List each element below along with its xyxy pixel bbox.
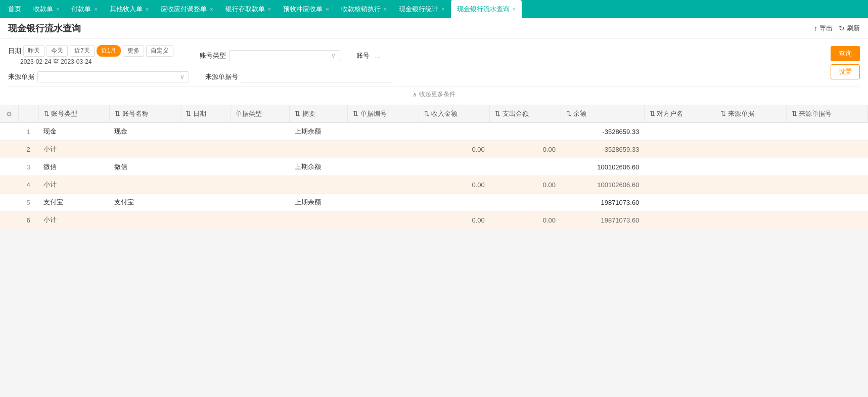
query-button[interactable]: 查询: [831, 46, 860, 61]
cell-gear[interactable]: [0, 123, 18, 141]
cell-gear[interactable]: [0, 141, 18, 158]
close-icon[interactable]: ×: [56, 6, 59, 12]
close-icon[interactable]: ×: [146, 6, 149, 12]
source-doc-no-input[interactable]: [241, 71, 393, 82]
col-doc-no[interactable]: ⇅ 单据编号: [348, 105, 419, 123]
date-btn-7days[interactable]: 近7天: [70, 45, 95, 57]
nav-item-bank-deposit[interactable]: 银行存取款单 ×: [219, 0, 277, 18]
cell-income: [419, 194, 489, 211]
col-source-doc[interactable]: ⇅ 来源单据: [715, 105, 786, 123]
table-row[interactable]: 5支付宝支付宝上期余额19871073.60: [0, 194, 868, 211]
export-button[interactable]: ↑ 导出: [814, 24, 833, 33]
cell-date: [180, 123, 231, 141]
export-icon: ↑: [814, 24, 817, 32]
cell-gear[interactable]: [0, 176, 18, 194]
cell-num: 5: [18, 194, 38, 211]
cell-doc_no: [348, 211, 419, 229]
date-btn-today[interactable]: 今天: [47, 45, 68, 57]
cell-summary: 上期余额: [290, 158, 348, 176]
col-account-type[interactable]: ⇅ 账号类型: [38, 105, 109, 123]
cell-income: 0.00: [419, 176, 489, 194]
gear-icon[interactable]: ⚙: [6, 110, 12, 118]
account-type-select[interactable]: ∨: [229, 50, 340, 61]
refresh-icon: ↻: [839, 24, 845, 32]
cell-num: 3: [18, 158, 38, 176]
nav-item-prepaid[interactable]: 预收冲应收单 ×: [277, 0, 335, 18]
nav-item-bank-stats[interactable]: 现金银行统计 ×: [393, 0, 450, 18]
cell-doc_no: [348, 194, 419, 211]
cell-source_doc_no: [786, 141, 867, 158]
close-icon[interactable]: ×: [94, 6, 97, 12]
col-balance[interactable]: ⇅ 余额: [561, 105, 644, 123]
table-row[interactable]: 3微信微信上期余额100102606.60: [0, 158, 868, 176]
cell-counterpart: [644, 211, 715, 229]
cell-balance: 100102606.60: [561, 158, 644, 176]
col-account-name[interactable]: ⇅ 账号名称: [109, 105, 180, 123]
header-actions: ↑ 导出 ↻ 刷新: [814, 24, 860, 33]
col-summary[interactable]: ⇅ 摘要: [290, 105, 348, 123]
close-icon[interactable]: ×: [210, 6, 213, 12]
cell-account_type: 小计: [38, 211, 109, 229]
date-btn-yesterday[interactable]: 昨天: [23, 45, 44, 57]
cell-source_doc_no: [786, 176, 867, 194]
close-icon[interactable]: ×: [268, 6, 271, 12]
col-doc-type: 单据类型: [231, 105, 290, 123]
cell-balance: -3528659.33: [561, 123, 644, 141]
nav-item-bank-flow[interactable]: 现金银行流水查询 ×: [451, 0, 522, 18]
cell-summary: [290, 141, 348, 158]
cell-gear[interactable]: [0, 158, 18, 176]
date-label: 日期: [8, 47, 21, 56]
date-btn-more[interactable]: 更多: [123, 45, 144, 57]
nav-item-home[interactable]: 首页: [2, 0, 27, 18]
date-btn-1month[interactable]: 近1月: [97, 45, 121, 57]
refresh-button[interactable]: ↻ 刷新: [839, 24, 860, 33]
cell-num: 2: [18, 141, 38, 158]
source-doc-label: 来源单据: [8, 72, 34, 81]
cell-source_doc: [715, 194, 786, 211]
cell-num: 1: [18, 123, 38, 141]
nav-item-payment[interactable]: 付款单 ×: [65, 0, 103, 18]
account-more-button[interactable]: ...: [373, 52, 383, 60]
cell-date: [180, 194, 231, 211]
col-source-doc-no[interactable]: ⇅ 来源单据号: [786, 105, 867, 123]
nav-item-receipt[interactable]: 收款单 ×: [27, 0, 65, 18]
cell-counterpart: [644, 123, 715, 141]
close-icon[interactable]: ×: [441, 6, 444, 12]
cell-account_name: [109, 211, 180, 229]
date-btn-custom[interactable]: 自定义: [146, 45, 173, 57]
close-icon[interactable]: ×: [384, 6, 387, 12]
settings-button[interactable]: 设置: [831, 64, 860, 79]
cell-gear[interactable]: [0, 211, 18, 229]
close-icon[interactable]: ×: [513, 6, 516, 12]
cell-account_name: [109, 176, 180, 194]
table-row[interactable]: 2小计0.000.00-3528659.33: [0, 141, 868, 158]
cell-balance: -3528659.33: [561, 141, 644, 158]
table-body: 1现金现金上期余额-3528659.332小计0.000.00-3528659.…: [0, 123, 868, 229]
chevron-down-icon: ∨: [331, 52, 336, 59]
col-date[interactable]: ⇅ 日期: [180, 105, 231, 123]
table-row[interactable]: 1现金现金上期余额-3528659.33: [0, 123, 868, 141]
table-row[interactable]: 4小计0.000.00100102606.60: [0, 176, 868, 194]
cell-date: [180, 141, 231, 158]
nav-item-verify[interactable]: 收款核销执行 ×: [335, 0, 393, 18]
table-container: ⚙ ⇅ 账号类型 ⇅ 账号名称 ⇅ 日期 单据类型 ⇅ 摘要 ⇅ 单据编号: [0, 105, 868, 229]
nav-item-adjustment[interactable]: 应收应付调整单 ×: [155, 0, 219, 18]
nav-item-other-income[interactable]: 其他收入单 ×: [104, 0, 155, 18]
cell-doc_no: [348, 158, 419, 176]
col-counterpart[interactable]: ⇅ 对方户名: [644, 105, 715, 123]
cell-source_doc_no: [786, 158, 867, 176]
cell-doc_no: [348, 176, 419, 194]
close-icon[interactable]: ×: [326, 6, 329, 12]
cell-counterpart: [644, 176, 715, 194]
cell-income: 0.00: [419, 211, 489, 229]
col-gear[interactable]: ⚙: [0, 105, 18, 123]
source-doc-select[interactable]: ∨: [37, 71, 189, 82]
cell-balance: 19871073.60: [561, 211, 644, 229]
collapse-conditions-button[interactable]: ∧ 收起更多条件: [413, 90, 455, 99]
col-expense[interactable]: ⇅ 支出金额: [490, 105, 561, 123]
table-row[interactable]: 6小计0.000.0019871073.60: [0, 211, 868, 229]
cell-num: 4: [18, 176, 38, 194]
col-income[interactable]: ⇅ 收入金额: [419, 105, 489, 123]
cell-gear[interactable]: [0, 194, 18, 211]
source-doc-no-label: 来源单据号: [205, 72, 238, 81]
